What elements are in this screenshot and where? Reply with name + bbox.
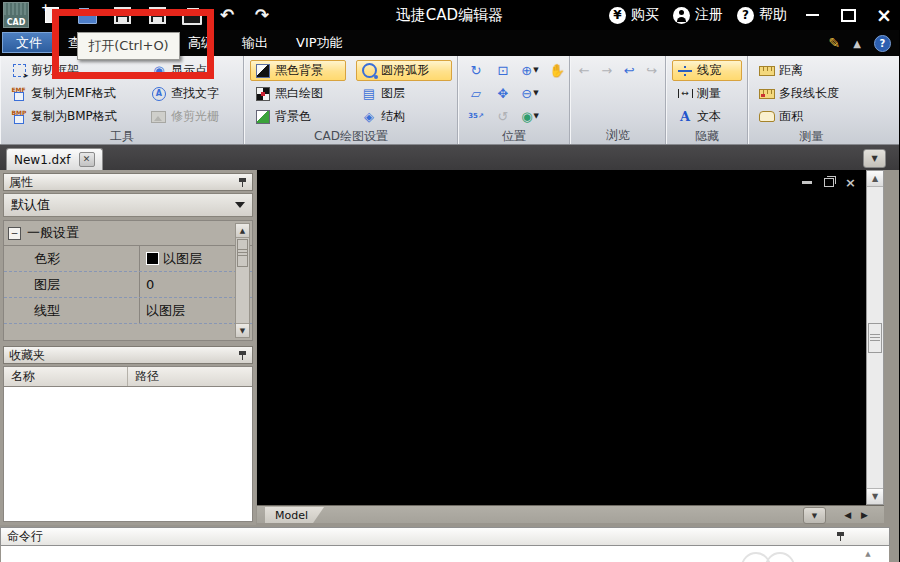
zoom-extents-icon: ✥ bbox=[498, 87, 509, 100]
redo-button[interactable]: ↷ bbox=[250, 3, 274, 27]
property-row-layer[interactable]: 图层 0 bbox=[4, 272, 252, 298]
scrollbar-thumb[interactable] bbox=[868, 323, 882, 353]
yuan-icon: ¥ bbox=[609, 7, 626, 24]
model-tab[interactable]: Model bbox=[265, 507, 324, 523]
scale-35-button[interactable]: 35↗ bbox=[464, 107, 488, 127]
zoom-window-button[interactable]: ⊡ bbox=[491, 61, 515, 81]
area-button[interactable]: 面积 bbox=[754, 106, 869, 127]
save-as-button[interactable] bbox=[145, 3, 169, 27]
menu-advanced[interactable]: 高级 bbox=[180, 32, 222, 53]
favorites-list[interactable] bbox=[3, 387, 253, 522]
open-file-button[interactable] bbox=[75, 3, 99, 27]
zoom-extents-button[interactable]: ✥ bbox=[491, 84, 515, 104]
restore-icon bbox=[824, 178, 834, 187]
text-icon: A bbox=[680, 110, 690, 123]
scrollbar-thumb[interactable] bbox=[237, 239, 248, 267]
canvas-close-button[interactable]: × bbox=[844, 177, 857, 188]
pan-button[interactable]: ✋ bbox=[545, 61, 569, 81]
bw-drawing-button[interactable]: 黑白绘图 bbox=[250, 83, 346, 104]
menu-vip[interactable]: VIP功能 bbox=[288, 32, 351, 53]
scroll-right-icon[interactable]: ▶ bbox=[861, 510, 868, 520]
copy-bmp-button[interactable]: 复制为BMP格式 bbox=[6, 106, 136, 127]
bw-drawing-icon bbox=[256, 87, 270, 101]
help-circle-icon[interactable]: ? bbox=[874, 35, 891, 52]
refresh-icon: ↺ bbox=[498, 110, 509, 123]
measure-toggle-button[interactable]: ↔测量 bbox=[672, 83, 742, 104]
menu-output[interactable]: 输出 bbox=[234, 32, 276, 53]
group-title-cad-settings: CAD绘图设置 bbox=[250, 128, 452, 145]
property-row-linetype[interactable]: 线型 以图层 bbox=[4, 298, 252, 324]
structure-button[interactable]: ◈结构 bbox=[356, 106, 452, 127]
favorites-column-name[interactable]: 名称 bbox=[4, 367, 128, 386]
minimize-button[interactable] bbox=[801, 4, 823, 26]
drawing-canvas[interactable]: × bbox=[257, 170, 866, 505]
scroll-up-icon[interactable]: ▲ bbox=[236, 224, 249, 238]
tab-close-button[interactable]: ✕ bbox=[79, 152, 95, 167]
background-color-button[interactable]: 背景色 bbox=[250, 106, 346, 127]
tab-list-dropdown-button[interactable]: ▼ bbox=[863, 149, 886, 168]
scroll-left-icon[interactable]: ◀ bbox=[844, 510, 851, 520]
pin-icon[interactable] bbox=[836, 531, 845, 542]
flip-view-button[interactable]: ▱ bbox=[464, 84, 488, 104]
previous-view-button[interactable]: ↩ bbox=[621, 61, 638, 81]
new-file-icon bbox=[45, 7, 59, 23]
canvas-minimize-button[interactable] bbox=[800, 177, 813, 188]
question-icon: ? bbox=[737, 7, 754, 24]
collapse-ribbon-chevron-icon[interactable]: ▲ bbox=[853, 38, 861, 49]
favorites-column-path[interactable]: 路径 bbox=[128, 367, 252, 386]
zoom-selection-button[interactable]: ◉▼ bbox=[518, 107, 542, 127]
back-button[interactable]: ← bbox=[576, 61, 593, 81]
show-points-button[interactable]: ◉显示点 bbox=[146, 60, 238, 81]
print-button[interactable] bbox=[180, 3, 204, 27]
rotate-view-button[interactable]: ↻ bbox=[464, 61, 488, 81]
scroll-up-icon[interactable]: ▲ bbox=[860, 548, 876, 560]
zoom-in-button[interactable]: ⊕▼ bbox=[518, 61, 542, 81]
copy-bmp-icon bbox=[12, 110, 27, 124]
trim-raster-button[interactable]: 修剪光栅 bbox=[146, 106, 238, 127]
black-background-icon bbox=[256, 64, 270, 78]
text-toggle-button[interactable]: A文本 bbox=[672, 106, 742, 127]
buy-button[interactable]: ¥ 购买 bbox=[609, 6, 659, 24]
scroll-down-icon[interactable]: ▼ bbox=[867, 488, 883, 504]
property-section-row[interactable]: − 一般设置 bbox=[4, 221, 252, 246]
smooth-arc-button[interactable]: 圆滑弧形 bbox=[356, 60, 452, 81]
crop-frame-button[interactable]: 剪切框架 bbox=[6, 60, 136, 81]
property-grid-scrollbar[interactable]: ▲ ▼ bbox=[235, 223, 250, 338]
scroll-down-icon[interactable]: ▼ bbox=[236, 323, 249, 337]
register-button[interactable]: 注册 bbox=[673, 6, 723, 24]
forward-button[interactable]: → bbox=[599, 61, 616, 81]
preset-combobox[interactable]: 默认值 bbox=[3, 193, 253, 217]
canvas-restore-button[interactable] bbox=[822, 177, 835, 188]
close-button[interactable]: × bbox=[873, 4, 895, 26]
refresh-button[interactable]: ↺ bbox=[491, 107, 515, 127]
pin-icon[interactable] bbox=[238, 177, 247, 188]
zoom-window-icon: ⊡ bbox=[498, 64, 509, 77]
next-view-button[interactable]: ↪ bbox=[644, 61, 661, 81]
canvas-vertical-scrollbar[interactable]: ▲ ▼ bbox=[866, 170, 884, 505]
black-background-button[interactable]: 黑色背景 bbox=[250, 60, 346, 81]
zoom-out-button[interactable]: ⊖▼ bbox=[518, 84, 542, 104]
distance-button[interactable]: 距离 bbox=[754, 60, 869, 81]
ribbon-group-cad-settings: 黑色背景 黑白绘图 背景色 圆滑弧形 ▤图层 ◈结构 CAD绘图设置 bbox=[244, 56, 458, 144]
edit-pencil-icon[interactable]: ✎ bbox=[829, 35, 841, 51]
scroll-up-icon[interactable]: ▲ bbox=[867, 171, 883, 187]
ribbon-group-browse: ← → ↩ ↪ 浏览 bbox=[570, 56, 666, 144]
find-text-button[interactable]: A查找文字 bbox=[146, 83, 238, 104]
undo-button[interactable]: ↶ bbox=[215, 3, 239, 27]
property-row-color[interactable]: 色彩 以图层 bbox=[4, 246, 252, 272]
menu-file[interactable]: 文件 bbox=[2, 32, 56, 53]
polyline-length-button[interactable]: 多段线长度 bbox=[754, 83, 869, 104]
layers-button[interactable]: ▤图层 bbox=[356, 83, 452, 104]
line-width-button[interactable]: 线宽 bbox=[672, 60, 742, 81]
new-file-button[interactable] bbox=[40, 3, 64, 27]
pin-icon[interactable] bbox=[238, 350, 247, 361]
background-color-icon bbox=[256, 110, 270, 124]
save-button[interactable] bbox=[110, 3, 134, 27]
copy-emf-button[interactable]: 复制为EMF格式 bbox=[6, 83, 136, 104]
collapse-expander-icon[interactable]: − bbox=[8, 227, 21, 240]
command-line-body[interactable]: ▲ bbox=[1, 546, 889, 562]
document-tab[interactable]: New1.dxf ✕ bbox=[6, 148, 103, 170]
help-button[interactable]: ? 帮助 bbox=[737, 6, 787, 24]
maximize-button[interactable] bbox=[837, 4, 859, 26]
layout-dropdown-button[interactable]: ▼ bbox=[803, 507, 826, 524]
